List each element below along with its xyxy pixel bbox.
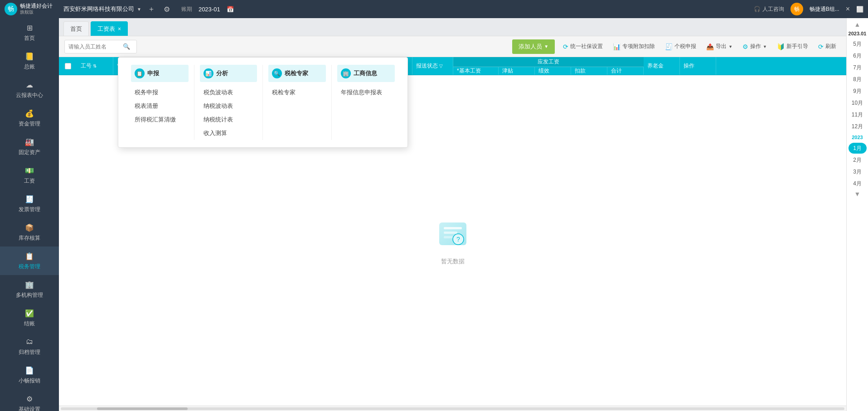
tab-salary-table[interactable]: 工资表 × bbox=[91, 21, 128, 36]
special-deduction-button[interactable]: 📊 专项附加扣除 bbox=[608, 40, 659, 53]
sidebar-item-ledger[interactable]: 📒 总账 bbox=[0, 47, 59, 75]
sidebar-item-fund[interactable]: 💰 资金管理 bbox=[0, 104, 59, 132]
filter-report-icon[interactable]: ▽ bbox=[439, 63, 443, 68]
sidebar-item-cloud[interactable]: ☁ 云报表中心 bbox=[0, 75, 59, 104]
user-name[interactable]: 畅捷通B组... bbox=[810, 5, 839, 13]
refresh-button[interactable]: ⟳ 刷新 bbox=[814, 40, 841, 53]
tax-burden-item[interactable]: 税负波动表 bbox=[200, 86, 257, 99]
annual-report-item[interactable]: 年报信息申报表 bbox=[337, 86, 395, 99]
cal-month-8[interactable]: 8月 bbox=[849, 74, 867, 85]
sidebar-label-cloud: 云报表中心 bbox=[16, 92, 43, 99]
expert-item[interactable]: 税检专家 bbox=[268, 86, 326, 99]
svg-text:?: ? bbox=[456, 236, 460, 243]
analysis-col-label: 分析 bbox=[216, 69, 228, 77]
social-insurance-button[interactable]: ⟳ 统一社保设置 bbox=[558, 40, 607, 53]
sidebar-item-basic[interactable]: ⚙ 基础设置 bbox=[0, 389, 59, 411]
tax-payment-item[interactable]: 纳税波动表 bbox=[200, 99, 257, 113]
expert-col-label: 税检专家 bbox=[285, 69, 308, 77]
th-performance: 绩效 bbox=[535, 67, 571, 75]
th-deduct: 扣款 bbox=[571, 67, 607, 75]
th-action: 操作 bbox=[680, 57, 716, 75]
scroll-thumb[interactable] bbox=[97, 407, 188, 410]
period-calendar-icon[interactable]: 📅 bbox=[227, 6, 234, 13]
dropdown-header-biz: 🏢 工商信息 bbox=[337, 65, 395, 82]
sidebar-item-multi[interactable]: 🏢 多机构管理 bbox=[0, 275, 59, 304]
sidebar-item-salary[interactable]: 💵 工资 bbox=[0, 161, 59, 189]
income-calc-item[interactable]: 所得税汇算清缴 bbox=[131, 113, 189, 126]
tax-form-item[interactable]: 税表清册 bbox=[131, 99, 189, 113]
personal-tax-button[interactable]: 🧾 个税申报 bbox=[660, 40, 701, 53]
operation-icon: ⚙ bbox=[742, 43, 748, 50]
service-button[interactable]: 🎧 人工咨询 bbox=[754, 5, 784, 13]
th-checkbox[interactable] bbox=[59, 63, 77, 69]
cal-month-4[interactable]: 4月 bbox=[849, 178, 867, 189]
new-guide-button[interactable]: 🔰 新手引导 bbox=[772, 40, 813, 53]
dropdown-header-analysis: 📊 分析 bbox=[200, 65, 257, 82]
sidebar-item-invoice[interactable]: 🧾 发票管理 bbox=[0, 189, 59, 218]
sidebar-label-settle: 结账 bbox=[24, 320, 35, 328]
search-input[interactable] bbox=[68, 44, 123, 50]
add-btn-dropdown-icon: ▼ bbox=[544, 44, 548, 49]
cal-month-3[interactable]: 3月 bbox=[849, 166, 867, 177]
income-calc2-item[interactable]: 收入测算 bbox=[200, 126, 257, 140]
special-deduction-label: 专项附加扣除 bbox=[622, 43, 655, 50]
calendar-up-button[interactable]: ▲ bbox=[851, 20, 864, 29]
sidebar-item-inventory[interactable]: 📦 库存核算 bbox=[0, 218, 59, 247]
tab-home[interactable]: 首页 bbox=[63, 21, 89, 36]
tax-stats-item[interactable]: 纳税统计表 bbox=[200, 113, 257, 126]
horizontal-scrollbar[interactable] bbox=[59, 406, 846, 411]
svg-rect-1 bbox=[444, 227, 462, 229]
sidebar-item-settle[interactable]: ✅ 结账 bbox=[0, 304, 59, 332]
sidebar-item-tax[interactable]: 📋 税务管理 bbox=[0, 247, 59, 275]
salary-icon: 💵 bbox=[24, 165, 34, 175]
export-dropdown-icon: ▼ bbox=[728, 44, 732, 49]
sidebar-item-home[interactable]: ⊞ 首页 bbox=[0, 18, 59, 47]
add-employee-button[interactable]: 添加人员 ▼ bbox=[512, 39, 555, 54]
sidebar-item-asset[interactable]: 🏭 固定资产 bbox=[0, 132, 59, 161]
select-all-checkbox[interactable] bbox=[65, 63, 71, 69]
add-company-button[interactable]: ＋ bbox=[146, 4, 157, 15]
cal-month-7[interactable]: 7月 bbox=[849, 62, 867, 73]
cal-month-12[interactable]: 12月 bbox=[849, 121, 867, 132]
cal-month-1[interactable]: 1月 bbox=[849, 143, 867, 154]
export-button[interactable]: 📤 导出 ▼ bbox=[702, 40, 737, 53]
cal-month-9[interactable]: 9月 bbox=[849, 86, 867, 97]
cal-month-5[interactable]: 5月 bbox=[849, 39, 867, 49]
tab-close-icon[interactable]: × bbox=[118, 26, 121, 32]
social-insurance-icon: ⟳ bbox=[563, 43, 568, 50]
declare-col-icon: 📋 bbox=[135, 68, 145, 78]
operation-button[interactable]: ⚙ 操作 ▼ bbox=[738, 40, 771, 53]
sidebar-label-home: 首页 bbox=[24, 34, 35, 42]
cal-month-2[interactable]: 2月 bbox=[849, 155, 867, 165]
company-dropdown-icon: ▼ bbox=[137, 7, 141, 12]
calendar-down-button[interactable]: ▼ bbox=[851, 189, 864, 198]
special-deduction-icon: 📊 bbox=[613, 43, 621, 50]
sort-id-icon[interactable]: ⇅ bbox=[93, 63, 97, 68]
cal-month-10[interactable]: 10月 bbox=[849, 97, 867, 108]
svg-rect-3 bbox=[444, 236, 453, 238]
biz-col-label: 工商信息 bbox=[354, 69, 377, 77]
sidebar-label-fund: 资金管理 bbox=[19, 120, 40, 128]
search-wrap: 🔍 bbox=[64, 40, 137, 53]
app-title: 畅捷通好会计 bbox=[20, 3, 53, 9]
cal-month-6[interactable]: 6月 bbox=[849, 50, 867, 61]
sidebar-label-basic: 基础设置 bbox=[19, 406, 40, 411]
sidebar-item-archive[interactable]: 🗂 归档管理 bbox=[0, 332, 59, 361]
sidebar-item-report[interactable]: 📄 小畅报销 bbox=[0, 361, 59, 389]
cal-month-11[interactable]: 11月 bbox=[849, 109, 867, 120]
logo-icon: 畅 bbox=[5, 3, 17, 15]
sidebar: ⊞ 首页 📒 总账 ☁ 云报表中心 💰 资金管理 🏭 固定资产 💵 工资 🧾 发… bbox=[0, 18, 59, 411]
restore-button[interactable]: ⬜ bbox=[856, 6, 863, 13]
close-button[interactable]: × bbox=[846, 5, 850, 13]
main-layout: ⊞ 首页 📒 总账 ☁ 云报表中心 💰 资金管理 🏭 固定资产 💵 工资 🧾 发… bbox=[0, 18, 868, 411]
company-selector[interactable]: 西安虾米网络科技有限公司 ▼ bbox=[63, 5, 141, 13]
settings-icon[interactable]: ⚙ bbox=[161, 4, 172, 15]
dropdown-header-expert: 🔍 税检专家 bbox=[268, 65, 326, 82]
tax-declare-item[interactable]: 税务申报 bbox=[131, 86, 189, 99]
basic-icon: ⚙ bbox=[24, 394, 34, 404]
company-name: 西安虾米网络科技有限公司 bbox=[63, 5, 134, 13]
th-allowance: 津贴 bbox=[499, 67, 535, 75]
analysis-col-icon: 📊 bbox=[204, 68, 213, 78]
asset-icon: 🏭 bbox=[24, 137, 34, 147]
sidebar-label-invoice: 发票管理 bbox=[19, 206, 40, 213]
